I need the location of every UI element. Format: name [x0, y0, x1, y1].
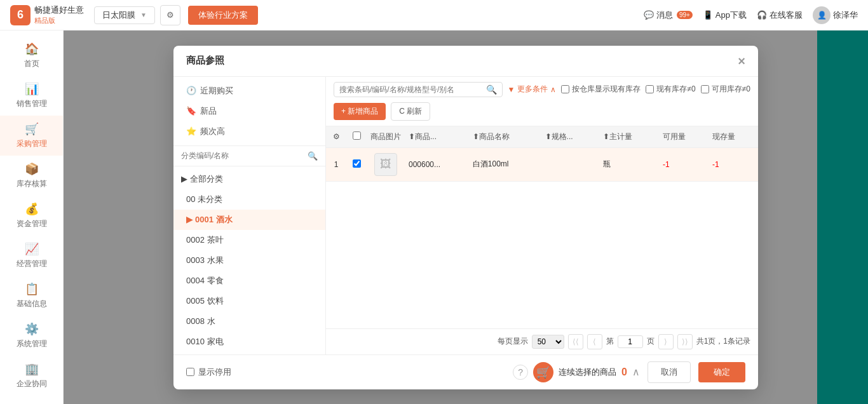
col-stock: 现存量	[709, 126, 758, 148]
star-icon: ⭐	[186, 126, 196, 136]
category-item-7[interactable]: 0008 水	[173, 311, 325, 332]
sidebar-item-7[interactable]: ⚙️ 系统管理	[0, 316, 63, 356]
category-list: ▶ 全部分类00 未分类▶ 0001 酒水0002 茶叶0003 水果0004 …	[173, 166, 325, 354]
quick-filters: 🕐 近期购买 🔖 新品 ⭐ 频次高	[173, 77, 325, 146]
table-row[interactable]: 1 🖼 000600... 白酒100ml 瓶 -1 -1	[326, 147, 758, 181]
table-container: ⚙ 商品图片 ⬆商品...	[326, 126, 758, 328]
page-suffix: 页	[647, 336, 654, 347]
add-product-button[interactable]: + 新增商品	[334, 103, 386, 120]
toolbar: 🔍 ▼ 更多条件 ∧ 按仓库显示现有库存	[326, 77, 758, 126]
new-icon: 🔖	[186, 106, 196, 116]
sidebar-item-8[interactable]: 🏢 企业协同	[0, 356, 63, 396]
sidebar-icon-3: 📦	[25, 162, 39, 176]
sidebar-label-0: 首页	[24, 58, 39, 69]
select-all-checkbox[interactable]	[353, 131, 361, 140]
sidebar-item-9[interactable]: 📖 新手引导	[0, 396, 63, 404]
sidebar-label-7: 系统管理	[17, 339, 47, 349]
recent-buy-filter[interactable]: 🕐 近期购买	[181, 82, 318, 100]
left-panel: 🕐 近期购买 🔖 新品 ⭐ 频次高	[173, 77, 326, 354]
category-item-6[interactable]: 0005 饮料	[173, 291, 325, 311]
row-num: 1	[326, 147, 346, 181]
show-disabled-checkbox[interactable]: 显示停用	[186, 367, 231, 378]
app-download-button[interactable]: 📱 App下载	[703, 10, 747, 21]
category-item-5[interactable]: 0004 零食	[173, 271, 325, 291]
avatar: 👤	[813, 6, 831, 24]
refresh-button[interactable]: C 刷新	[391, 102, 430, 121]
category-item-8[interactable]: 0010 家电	[173, 332, 325, 352]
nav-right: 💬 消息 99+ 📱 App下载 🎧 在线客服 👤 徐泽华	[644, 6, 858, 24]
last-page-button[interactable]: ⟩⟩	[677, 334, 693, 349]
sidebar-label-2: 采购管理	[17, 138, 47, 149]
expand-icon: ▶	[181, 174, 187, 184]
sidebar-label-3: 库存核算	[17, 178, 47, 189]
sidebar-item-6[interactable]: 📋 基础信息	[0, 276, 63, 316]
modal-footer: 显示停用 ? 🛒 连续选择的商品 0 ∧ 取消 确定	[173, 354, 758, 389]
row-available: -1	[659, 147, 709, 181]
modal-dialog: 商品参照 × 🕐 近期购买 🔖	[173, 46, 758, 389]
sidebar-item-1[interactable]: 📊 销售管理	[0, 76, 63, 116]
cancel-button[interactable]: 取消	[648, 361, 691, 383]
category-item-1[interactable]: 00 未分类	[173, 189, 325, 210]
sidebar-item-2[interactable]: 🛒 采购管理	[0, 116, 63, 156]
confirm-button[interactable]: 确定	[698, 362, 745, 382]
pagination: 每页显示 50 20 100 ⟨⟨ ⟨ 第 页 ⟩	[326, 328, 758, 354]
cart-area: ? 🛒 连续选择的商品 0 ∧	[513, 362, 640, 382]
user-menu[interactable]: 👤 徐泽华	[813, 6, 858, 24]
sidebar-icon-6: 📋	[25, 282, 39, 296]
page-number-input[interactable]	[618, 335, 643, 348]
per-page-select[interactable]: 50 20 100	[532, 335, 564, 349]
product-table: ⚙ 商品图片 ⬆商品...	[326, 126, 758, 182]
category-all[interactable]: ▶ 全部分类	[173, 169, 325, 189]
category-search-input[interactable]	[181, 151, 304, 160]
content-area: 商品参照 × 🕐 近期购买 🔖	[64, 30, 868, 404]
category-search: 🔍	[173, 146, 325, 166]
cart-count: 0	[621, 367, 627, 378]
logo-area: 6 畅捷通好生意 精品版	[10, 5, 84, 25]
sidebar-item-0[interactable]: 🏠 首页	[0, 36, 63, 76]
prev-page-button[interactable]: ⟨	[587, 334, 602, 349]
download-icon: 📱	[703, 10, 713, 20]
category-item-4[interactable]: 0003 水果	[173, 250, 325, 271]
col-code: ⬆商品...	[405, 126, 469, 148]
sidebar-icon-5: 📈	[25, 242, 39, 256]
logo-text: 畅捷通好生意 精品版	[34, 5, 84, 25]
freq-high-filter[interactable]: ⭐ 频次高	[181, 123, 318, 140]
row-name: 白酒100ml	[469, 147, 541, 181]
available-nonzero-checkbox[interactable]: 可用库存≠0	[701, 84, 750, 95]
category-item-3[interactable]: 0002 茶叶	[173, 230, 325, 250]
gear-button[interactable]: ⚙	[160, 5, 180, 25]
sidebar-item-4[interactable]: 💰 资金管理	[0, 196, 63, 236]
table-settings-icon[interactable]: ⚙	[333, 132, 340, 141]
sidebar-icon-1: 📊	[25, 82, 39, 96]
search-box: 🔍	[334, 82, 503, 97]
sidebar-item-5[interactable]: 📈 经营管理	[0, 236, 63, 276]
first-page-button[interactable]: ⟨⟨	[568, 334, 583, 349]
row-checkbox[interactable]	[346, 147, 367, 181]
help-icon[interactable]: ?	[513, 365, 528, 380]
per-page-label: 每页显示	[498, 336, 528, 347]
sidebar-icon-4: 💰	[25, 202, 39, 216]
online-service-button[interactable]: 🎧 在线客服	[757, 10, 803, 21]
product-thumbnail: 🖼	[374, 153, 397, 176]
trial-button[interactable]: 体验行业方案	[188, 6, 258, 25]
messages-button[interactable]: 💬 消息 99+	[644, 10, 693, 21]
warehouse-stock-checkbox[interactable]: 按仓库显示现有库存	[561, 84, 641, 95]
nav-dropdown[interactable]: 日太阳膜 ▼	[94, 6, 155, 24]
col-available: 可用量	[659, 126, 709, 148]
clock-icon: 🕐	[186, 86, 196, 95]
sidebar-label-5: 经营管理	[17, 259, 47, 269]
product-search-input[interactable]	[339, 85, 484, 94]
sidebar-label-8: 企业协同	[17, 379, 47, 389]
collapse-cart-icon[interactable]: ∧	[632, 366, 640, 378]
filter-button[interactable]: ▼ 更多条件 ∧	[508, 84, 557, 95]
close-button[interactable]: ×	[738, 55, 745, 67]
col-image: 商品图片	[367, 126, 405, 148]
nonzero-stock-checkbox[interactable]: 现有库存≠0	[646, 84, 695, 95]
row-code: 000600...	[405, 147, 469, 181]
sidebar-item-3[interactable]: 📦 库存核算	[0, 156, 63, 196]
category-item-2[interactable]: ▶ 0001 酒水	[173, 210, 325, 230]
new-goods-filter[interactable]: 🔖 新品	[181, 102, 318, 120]
next-page-button[interactable]: ⟩	[658, 334, 674, 349]
sidebar-label-6: 基础信息	[17, 299, 47, 309]
cart-icon[interactable]: 🛒	[533, 362, 553, 382]
